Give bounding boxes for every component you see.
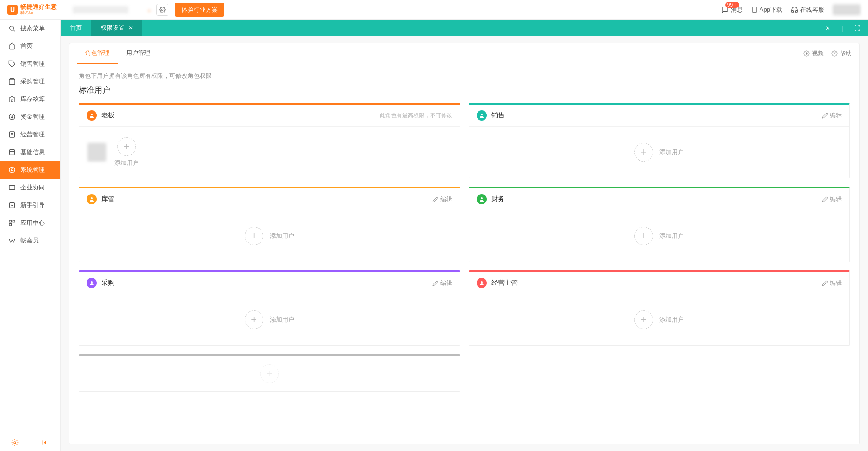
collab-icon	[8, 184, 16, 191]
chevron-down-icon: ⌄	[147, 6, 152, 13]
sidebar-item-guide[interactable]: 新手引导	[0, 196, 60, 214]
svg-marker-23	[806, 53, 808, 55]
card-body: +添加用户	[79, 294, 460, 345]
messages-button[interactable]: 99 + 消息	[721, 6, 743, 14]
svg-rect-21	[42, 440, 43, 444]
close-icon[interactable]: ✕	[128, 25, 133, 31]
svg-line-4	[13, 30, 15, 31]
sidebar-item-search[interactable]: 搜索菜单	[0, 20, 60, 37]
add-user-button[interactable]: +添加用户	[634, 310, 684, 329]
svg-rect-15	[9, 185, 15, 189]
report-icon	[8, 131, 16, 138]
sidebar-collapse-icon[interactable]	[41, 439, 49, 446]
sidebar-item-vip[interactable]: 畅会员	[0, 232, 60, 249]
tab-home[interactable]: 首页	[61, 20, 91, 36]
headset-icon	[791, 6, 798, 13]
svg-point-0	[161, 9, 163, 11]
company-selector[interactable]: ⌄	[73, 6, 152, 13]
role-name: 财务	[491, 195, 505, 203]
subtab-user[interactable]: 用户管理	[118, 43, 159, 64]
sidebar: 搜索菜单 首页 销售管理 采购管理 库存核算 资金管理	[0, 20, 61, 451]
user-item[interactable]	[87, 143, 106, 162]
role-card: 经营主管编辑+添加用户	[469, 270, 850, 346]
plus-icon: +	[634, 310, 653, 329]
role-name: 老板	[101, 111, 114, 120]
section-title: 标准用户	[69, 80, 859, 103]
gear-icon	[159, 7, 166, 13]
card-header: 老板此角色有最高权限，不可修改	[79, 105, 460, 127]
tabstrip: 首页 权限设置 ✕ ✕ |	[61, 20, 868, 36]
support-button[interactable]: 在线客服	[791, 6, 824, 14]
svg-rect-18	[13, 220, 15, 222]
role-card: 老板此角色有最高权限，不可修改+添加用户	[79, 103, 460, 178]
sidebar-item-collab[interactable]: 企业协同	[0, 179, 60, 196]
sidebar-item-operation[interactable]: 经营管理	[0, 126, 60, 143]
tab-permissions[interactable]: 权限设置 ✕	[91, 20, 142, 36]
role-icon	[477, 278, 487, 288]
svg-point-20	[14, 442, 16, 444]
add-user-button[interactable]: +添加用户	[245, 310, 294, 329]
logo-icon: U	[7, 5, 18, 15]
plus-icon: +	[245, 310, 263, 329]
play-icon	[803, 50, 810, 57]
role-card: 销售编辑+添加用户	[469, 103, 850, 178]
card-header: 经营主管编辑	[469, 272, 850, 294]
sidebar-item-apps[interactable]: 应用中心	[0, 214, 60, 232]
add-user-button[interactable]: +	[260, 364, 279, 383]
role-card: 财务编辑+添加用户	[469, 187, 850, 262]
logo-subtitle: 精易版	[20, 10, 57, 16]
sidebar-item-purchase[interactable]: 采购管理	[0, 73, 60, 90]
svg-point-27	[481, 114, 483, 115]
wallet-icon	[8, 113, 16, 121]
edit-button[interactable]: 编辑	[822, 279, 842, 287]
home-icon	[8, 42, 16, 50]
svg-point-26	[91, 114, 93, 115]
tabstrip-close-button[interactable]: ✕	[821, 22, 834, 34]
svg-rect-16	[10, 203, 15, 208]
plus-icon: +	[117, 137, 136, 156]
svg-point-13	[11, 169, 13, 171]
svg-point-14	[9, 167, 15, 173]
sidebar-item-basedata[interactable]: 基础信息	[0, 143, 60, 161]
divider: |	[836, 22, 848, 34]
sidebar-item-home[interactable]: 首页	[0, 37, 60, 55]
add-user-button[interactable]: +添加用户	[245, 227, 294, 245]
logo[interactable]: U 畅捷通好生意 精易版	[7, 4, 63, 16]
system-icon	[8, 166, 16, 174]
add-user-button[interactable]: +添加用户	[114, 137, 139, 167]
card-header: 库管编辑	[79, 188, 460, 210]
fullscreen-button[interactable]	[851, 22, 863, 34]
role-icon	[87, 110, 97, 121]
edit-button[interactable]: 编辑	[432, 279, 452, 287]
svg-point-28	[91, 197, 93, 199]
plus-icon: +	[260, 364, 279, 383]
svg-rect-11	[10, 150, 15, 155]
role-icon	[87, 278, 97, 288]
svg-rect-17	[9, 220, 12, 222]
apps-icon	[8, 219, 16, 227]
subtab-role[interactable]: 角色管理	[77, 43, 118, 64]
role-name: 销售	[491, 111, 505, 120]
user-avatar[interactable]	[833, 4, 861, 15]
sidebar-settings-icon[interactable]	[11, 439, 19, 446]
add-user-button[interactable]: +添加用户	[634, 143, 684, 162]
svg-point-3	[10, 26, 14, 30]
sidebar-item-finance[interactable]: 资金管理	[0, 108, 60, 126]
role-name: 库管	[101, 195, 114, 203]
app-download-button[interactable]: App下载	[751, 6, 782, 14]
edit-button[interactable]: 编辑	[822, 195, 842, 203]
sidebar-item-inventory[interactable]: 库存核算	[0, 90, 60, 108]
edit-button[interactable]: 编辑	[432, 195, 452, 203]
card-body: +添加用户	[469, 127, 850, 178]
user-avatar-icon	[87, 143, 106, 162]
sidebar-item-sales[interactable]: 销售管理	[0, 55, 60, 73]
add-user-button[interactable]: +添加用户	[634, 227, 684, 245]
card-header: 销售编辑	[469, 105, 850, 127]
help-link[interactable]: 帮助	[831, 49, 852, 58]
settings-button[interactable]	[156, 4, 168, 16]
promo-button[interactable]: 体验行业方案	[175, 3, 224, 17]
database-icon	[8, 148, 16, 156]
video-link[interactable]: 视频	[803, 49, 824, 58]
edit-button[interactable]: 编辑	[822, 111, 842, 120]
sidebar-item-system[interactable]: 系统管理	[0, 161, 60, 179]
